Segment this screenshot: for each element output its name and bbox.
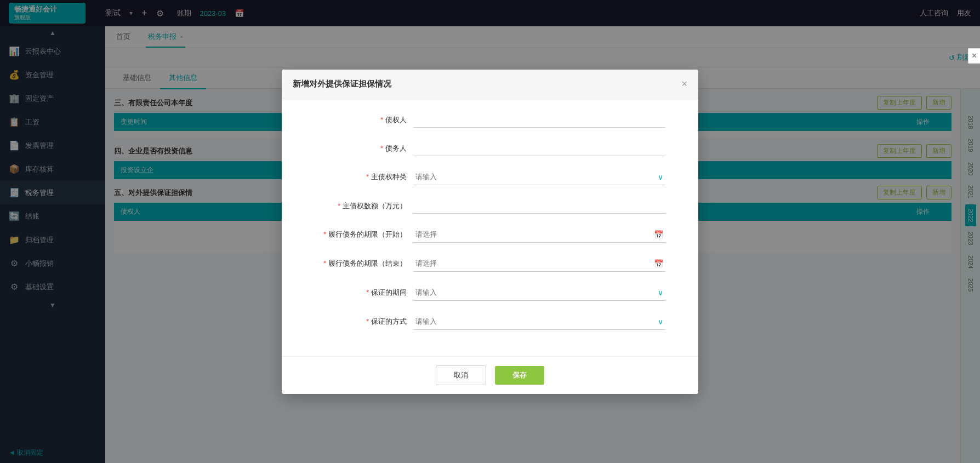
form-row-period-end: * 履行债务的期限（结束） 📅	[315, 256, 665, 272]
debt-type-label-text: 主债权种类	[371, 173, 407, 181]
creditor-label-text: 债权人	[385, 116, 407, 124]
period-end-calendar-icon[interactable]: 📅	[654, 259, 663, 268]
period-start-calendar-icon[interactable]: 📅	[654, 230, 663, 239]
period-start-label-text: 履行债务的期限（开始）	[328, 230, 407, 238]
debtor-input[interactable]	[413, 141, 665, 156]
debt-amount-required: *	[338, 202, 340, 210]
creditor-required: *	[380, 116, 383, 124]
debt-type-input[interactable]	[415, 173, 658, 181]
debt-type-select-wrapper: ∨	[413, 169, 665, 185]
debt-type-dropdown-icon[interactable]: ∨	[658, 173, 663, 181]
modal-add-guarantee: 新增对外提供保证担保情况 × * 债权人 * 债务人	[282, 70, 698, 394]
form-row-debt-type: * 主债权种类 ∨	[315, 169, 665, 185]
guarantee-method-input[interactable]	[415, 317, 658, 325]
period-start-date-wrapper: 📅	[413, 227, 665, 243]
period-end-label: * 履行债务的期限（结束）	[315, 259, 413, 268]
modal-close-button[interactable]: ×	[681, 78, 687, 90]
guarantee-period-label-text: 保证的期间	[371, 288, 407, 296]
modal-footer: 取消 保存	[282, 356, 698, 394]
form-row-guarantee-method: * 保证的方式 ∨	[315, 314, 665, 330]
form-row-period-start: * 履行债务的期限（开始） 📅	[315, 227, 665, 243]
guarantee-period-input[interactable]	[415, 288, 658, 296]
guarantee-method-label-text: 保证的方式	[371, 317, 407, 325]
form-row-debt-amount: * 主债权数额（万元）	[315, 198, 665, 214]
guarantee-method-select-wrapper: ∨	[413, 314, 665, 330]
guarantee-method-label: * 保证的方式	[315, 317, 413, 327]
period-start-required: *	[323, 230, 326, 238]
debt-type-required: *	[366, 173, 369, 181]
creditor-label: * 债权人	[315, 115, 413, 125]
period-start-label: * 履行债务的期限（开始）	[315, 230, 413, 239]
period-end-input[interactable]	[415, 259, 654, 267]
modal-title: 新增对外提供保证担保情况	[293, 79, 391, 89]
guarantee-period-select-wrapper: ∨	[413, 285, 665, 301]
debtor-label-text: 债务人	[385, 144, 407, 152]
guarantee-method-required: *	[366, 317, 369, 325]
modal-overlay: 新增对外提供保证担保情况 × * 债权人 * 债务人	[0, 0, 980, 463]
period-start-input[interactable]	[415, 230, 654, 238]
debtor-required: *	[380, 144, 383, 152]
modal-header: 新增对外提供保证担保情况 ×	[282, 70, 698, 99]
modal-body: * 债权人 * 债务人 * 主债权种类	[282, 99, 698, 356]
period-end-date-wrapper: 📅	[413, 256, 665, 272]
debt-type-label: * 主债权种类	[315, 172, 413, 182]
debt-amount-input[interactable]	[413, 198, 665, 214]
form-row-guarantee-period: * 保证的期间 ∨	[315, 285, 665, 301]
guarantee-period-label: * 保证的期间	[315, 288, 413, 298]
right-panel-close[interactable]: ×	[968, 48, 980, 64]
debtor-label: * 债务人	[315, 144, 413, 153]
form-row-debtor: * 债务人	[315, 141, 665, 156]
creditor-input[interactable]	[413, 112, 665, 128]
cancel-button[interactable]: 取消	[436, 365, 486, 385]
guarantee-period-dropdown-icon[interactable]: ∨	[658, 288, 663, 297]
guarantee-period-required: *	[366, 288, 369, 296]
save-button[interactable]: 保存	[495, 366, 544, 385]
period-end-label-text: 履行债务的期限（结束）	[328, 259, 407, 267]
debt-amount-label: * 主债权数额（万元）	[315, 201, 413, 211]
period-end-required: *	[323, 259, 326, 267]
form-row-creditor: * 债权人	[315, 112, 665, 128]
debt-amount-label-text: 主债权数额（万元）	[343, 202, 407, 210]
guarantee-method-dropdown-icon[interactable]: ∨	[658, 317, 663, 326]
